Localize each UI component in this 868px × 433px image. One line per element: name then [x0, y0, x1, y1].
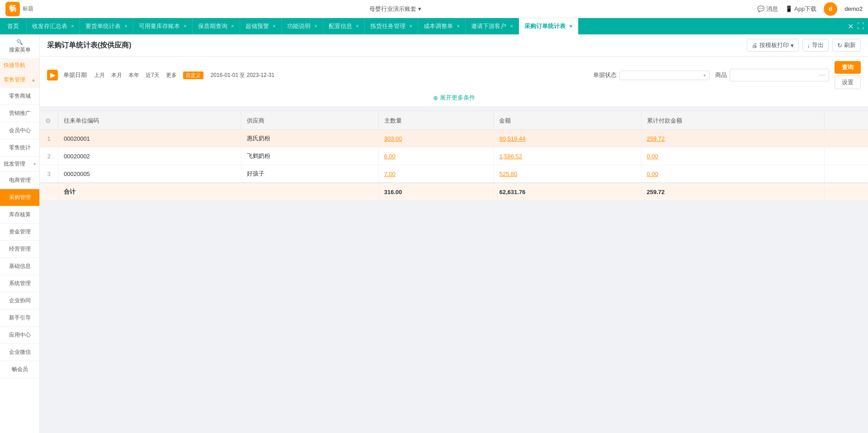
tab-jianhuo[interactable]: 拣货任务管理 × [365, 18, 418, 34]
shortcut-last-month[interactable]: 上月 [92, 71, 107, 80]
row-amount-1: 60,519.44 [494, 130, 641, 148]
tab-peizhi-close[interactable]: × [356, 23, 359, 29]
tab-caigou-close[interactable]: × [569, 23, 572, 29]
tab-baozhi[interactable]: 保质期查询 × [193, 18, 240, 34]
tab-shoufacun[interactable]: 收发存汇总表 × [27, 18, 80, 34]
custom-date-tag: 自定义 [183, 71, 203, 79]
table-row[interactable]: 3 00020005 好孩子 7.00 525.80 0.00 [40, 165, 868, 183]
goods-input-more-icon[interactable]: ··· [819, 71, 825, 79]
logo-icon: 畅 [5, 2, 20, 16]
sidebar-item-changhui[interactable]: 畅会员 [0, 361, 39, 378]
status-select-arrow-icon: ▾ [703, 73, 706, 78]
tab-jianhuo-label: 拣货任务管理 [370, 22, 406, 30]
query-button[interactable]: 查询 [835, 61, 861, 74]
tab-jianhuo-close[interactable]: × [409, 23, 412, 29]
tab-caigou[interactable]: 采购订单统计表 × [519, 18, 578, 34]
close-all-tabs-icon[interactable]: ✕ [848, 22, 854, 31]
tab-chaochu[interactable]: 超储预警 × [240, 18, 282, 34]
row-extra-3 [825, 165, 868, 183]
sidebar-item-kucun[interactable]: 库存核算 [0, 206, 39, 224]
goods-input[interactable]: ··· [730, 69, 829, 81]
column-settings-icon[interactable]: ⚙ [45, 117, 52, 124]
tab-baozhi-close[interactable]: × [231, 23, 234, 29]
sidebar-item-jichu[interactable]: 基础信息 [0, 258, 39, 275]
status-select[interactable]: ▾ [619, 71, 710, 80]
tab-chengben[interactable]: 成本调整单 × [418, 18, 466, 34]
tab-yaohuo-label: 要货单统计表 [85, 22, 121, 30]
sidebar-item-xinshouyindao[interactable]: 新手引导 [0, 309, 39, 327]
tab-chaochu-label: 超储预警 [245, 22, 269, 30]
table-row[interactable]: 2 00020002 飞鹤奶粉 6.00 1,586.52 0.00 [40, 148, 868, 165]
tab-peizhi[interactable]: 配置信息 × [323, 18, 365, 34]
shortcut-more[interactable]: 更多 [164, 71, 179, 80]
sidebar-item-dianshang[interactable]: 电商管理 [0, 172, 39, 189]
date-filter-label: 单据日期 [63, 71, 87, 79]
main-layout: 🔍 搜索英单 快捷导航 零售管理 ▲ 零售商城 营销推广 会员中心 零售统计 批… [0, 34, 868, 433]
print-icon: 🖨 [752, 42, 758, 49]
maximize-icon[interactable]: ⛶ [857, 22, 864, 30]
sidebar-item-search[interactable]: 🔍 搜索英单 [0, 34, 39, 59]
sidebar-item-lingshoutongji[interactable]: 零售统计 [0, 139, 39, 157]
tab-shoufacun-close[interactable]: × [71, 23, 74, 29]
row-code-2: 00020002 [58, 148, 241, 165]
col-amount: 金额 [494, 112, 641, 130]
export-button[interactable]: ↓ 导出 [802, 39, 829, 52]
sidebar-item-huiyuan[interactable]: 会员中心 [0, 122, 39, 139]
settings-button[interactable]: 设置 [835, 76, 861, 89]
tab-gongneng[interactable]: 功能说明 × [282, 18, 323, 34]
sidebar-item-lingshouguan[interactable]: 零售管理 ▲ [0, 72, 39, 88]
tab-chengben-close[interactable]: × [457, 23, 460, 29]
row-num-2: 2 [40, 148, 58, 165]
tab-yaohuo-close[interactable]: × [124, 23, 127, 29]
message-button[interactable]: 💬 消息 [757, 5, 778, 13]
sidebar-item-lingshoucheng[interactable]: 零售商城 [0, 88, 39, 105]
table-footer-row: 合计 316.00 62,631.76 259.72 [40, 183, 868, 201]
sidebar-item-pifaguan[interactable]: 批发管理 ▾ [0, 157, 39, 172]
tab-chaochu-close[interactable]: × [273, 23, 276, 29]
row-quantity-2: 6.00 [378, 148, 494, 165]
shortcut-this-month[interactable]: 本月 [109, 71, 124, 80]
tab-keyongliang-label: 可用量库存账本 [139, 22, 180, 30]
logo-subtitle: 标题 [23, 5, 33, 13]
shortcut-this-year[interactable]: 本年 [127, 71, 141, 80]
page-header-actions: 🖨 按模板打印 ▾ ↓ 导出 ↻ 刷新 [747, 39, 861, 56]
tab-gongneng-close[interactable]: × [314, 23, 317, 29]
sidebar-item-yingyongzhongxin[interactable]: 应用中心 [0, 327, 39, 344]
content-area: 采购订单统计表(按供应商) 🖨 按模板打印 ▾ ↓ 导出 ↻ 刷新 [40, 34, 868, 433]
page-header: 采购订单统计表(按供应商) 🖨 按模板打印 ▾ ↓ 导出 ↻ 刷新 [40, 34, 868, 57]
user-name[interactable]: demo2 [844, 5, 863, 12]
tab-keyongliang[interactable]: 可用量库存账本 × [133, 18, 193, 34]
print-button[interactable]: 🖨 按模板打印 ▾ [747, 39, 799, 52]
sidebar-item-caigou[interactable]: 采购管理 [0, 189, 39, 206]
row-paid-1: 259.72 [641, 130, 824, 148]
sidebar-item-qiyexietong[interactable]: 企业协同 [0, 292, 39, 309]
tab-yaoqing-label: 邀请下游客户 [471, 22, 506, 30]
refresh-button[interactable]: ↻ 刷新 [832, 39, 861, 52]
tab-chengben-label: 成本调整单 [424, 22, 453, 30]
app-download-button[interactable]: 📱 App下载 [785, 5, 816, 13]
row-num-3: 3 [40, 165, 58, 183]
sidebar-item-zijin[interactable]: 资金管理 [0, 224, 39, 241]
filter-toggle-button[interactable]: ▶ [47, 70, 58, 81]
tab-yaoqing-close[interactable]: × [510, 23, 513, 29]
tab-baozhi-label: 保质期查询 [198, 22, 227, 30]
shortcut-7days[interactable]: 近7天 [144, 71, 161, 80]
tab-keyongliang-close[interactable]: × [184, 23, 187, 29]
table-row[interactable]: 1 00020001 惠氏奶粉 303.00 60,519.44 259.72 [40, 130, 868, 148]
sidebar-item-qiyeweixin[interactable]: 企业微信 [0, 344, 39, 361]
tab-yaohuo[interactable]: 要货单统计表 × [80, 18, 133, 34]
page-title: 采购订单统计表(按供应商) [47, 41, 132, 55]
tab-yaoqing[interactable]: 邀请下游客户 × [466, 18, 519, 34]
sidebar-item-xitong[interactable]: 系统管理 [0, 275, 39, 292]
sidebar-item-jingying[interactable]: 经营管理 [0, 241, 39, 258]
sidebar-nav-shortcut[interactable]: 快捷导航 [0, 59, 39, 72]
workspace-selector[interactable]: 母婴行业演示账套 ▾ [369, 5, 421, 13]
expand-more-button[interactable]: ⊕ 展开更多条件 [433, 94, 475, 102]
filter-area: ▶ 单据日期 上月 本月 本年 近7天 更多 自定义 2016-01-01 至 … [40, 57, 868, 107]
row-supplier-3: 好孩子 [241, 165, 378, 183]
status-filter-label: 单据状态 [593, 71, 617, 79]
tab-home[interactable]: 首页 [0, 18, 27, 34]
workspace-arrow-icon: ▾ [418, 5, 421, 12]
date-shortcuts: 上月 本月 本年 近7天 更多 自定义 [92, 71, 203, 80]
sidebar-item-yingxiao[interactable]: 营销推广 [0, 105, 39, 122]
